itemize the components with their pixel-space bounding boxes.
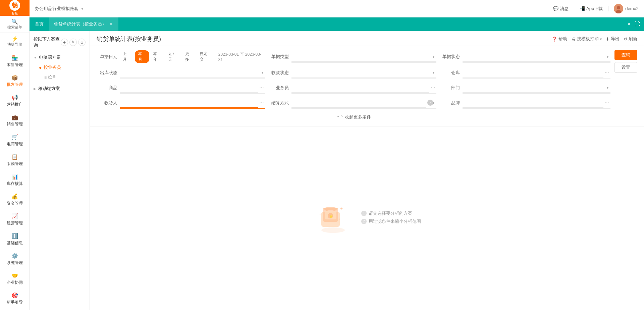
left-panel-edit-btn[interactable]: ✎ xyxy=(69,39,77,46)
sidebar-item-retail[interactable]: 🏪 零售管理 xyxy=(0,51,29,71)
marketing-icon: 📢 xyxy=(11,94,18,101)
basic-icon: ℹ️ xyxy=(11,233,18,239)
filter-col-doc-status: 单据状态 ▾ xyxy=(439,50,610,63)
filter-col-goods: 商品 ··· xyxy=(97,82,268,94)
lp-section-mobile-title[interactable]: ▶ 移动端方案 xyxy=(30,84,90,94)
empty-content: ⭐ ✦ ✦ ✦ 1 请先选择要分析的方案 2 xyxy=(313,202,421,235)
sidebar-item-coop[interactable]: 🤝 企业协同 xyxy=(0,269,29,289)
sidebar-item-system[interactable]: ⚙️ 系统管理 xyxy=(0,249,29,269)
query-btn[interactable]: 查询 xyxy=(614,50,637,60)
export-icon: ⬇ xyxy=(606,37,609,42)
goods-input[interactable] xyxy=(120,83,258,93)
svg-text:✦: ✦ xyxy=(338,218,340,221)
doc-status-input[interactable] xyxy=(463,52,610,62)
filter-col-date: 单据日期 上月 本月 本年 近7天 更多 自定义 2023-03-01 至 20… xyxy=(97,50,268,63)
sidebar-item-wholesale[interactable]: 📦 批发管理 xyxy=(0,71,29,91)
sidebar-item-finance[interactable]: 💰 资金管理 xyxy=(0,190,29,210)
sidebar-item-basic[interactable]: ℹ️ 基础信息 xyxy=(0,229,29,249)
brand-input[interactable] xyxy=(463,98,603,108)
svg-text:⭐: ⭐ xyxy=(329,214,333,218)
collapse-more-btn[interactable]: ⌃⌃ 收起更多条件 xyxy=(331,112,376,122)
export-btn[interactable]: ⬇ 导出 xyxy=(606,36,620,42)
receiver-input[interactable] xyxy=(120,98,258,108)
left-panel-collapse-btn[interactable]: « xyxy=(78,39,86,46)
brand-dots[interactable]: ··· xyxy=(603,100,610,106)
receiver-control: ··· xyxy=(120,97,265,109)
goods-dots[interactable]: ··· xyxy=(258,85,265,91)
topbar-sep-2 xyxy=(608,6,608,11)
app-download-btn[interactable]: 📲 App下载 xyxy=(580,6,603,12)
goods-control: ··· xyxy=(120,82,265,94)
dept-label: 部门 xyxy=(439,85,463,91)
sidebar-item-ecommerce[interactable]: 🛒 电商管理 xyxy=(0,131,29,150)
warehouse-dots[interactable]: ··· xyxy=(603,69,610,75)
filter-col-brand: 品牌 ··· xyxy=(439,97,610,109)
sidebar-item-inventory[interactable]: 📊 库存核算 xyxy=(0,170,29,190)
dept-input[interactable] xyxy=(463,83,610,93)
filter-row-1: 单据日期 上月 本月 本年 近7天 更多 自定义 2023-03-01 至 20… xyxy=(97,50,610,63)
salesperson-dots[interactable]: ··· xyxy=(429,85,436,91)
sales-icon: 💼 xyxy=(11,114,18,120)
print-btn[interactable]: 🖨 按模板打印 ▾ xyxy=(571,36,602,42)
settlement-label: 结算方式 xyxy=(268,100,291,106)
left-panel-add-btn[interactable]: + xyxy=(61,39,68,46)
print-icon: 🖨 xyxy=(571,37,576,42)
lp-section-desktop-title[interactable]: ▼ 电脑端方案 xyxy=(30,52,90,62)
out-status-input[interactable] xyxy=(120,67,265,78)
date-7days[interactable]: 近7天 xyxy=(165,50,181,63)
help-btn[interactable]: ❓ 帮助 xyxy=(552,36,567,42)
message-btn[interactable]: 💬 消息 xyxy=(553,6,569,12)
date-this-month[interactable]: 本月 xyxy=(135,50,150,63)
filter-col-settlement: 结算方式 × ▾ xyxy=(268,97,439,109)
left-panel: 按以下方案查询 + ✎ « ▼ 电脑端方案 ● 按业务员 ≡ 按 xyxy=(30,31,90,310)
salesperson-input[interactable] xyxy=(291,83,429,93)
sidebar-item-appcenter[interactable]: 📱 应用中心 xyxy=(0,309,29,310)
settlement-input[interactable] xyxy=(291,98,426,108)
filter-col-out-status: 出库状态 ▾ xyxy=(97,67,268,79)
coop-icon: 🤝 xyxy=(11,272,18,279)
lp-item-by-salesperson[interactable]: ● 按业务员 xyxy=(30,62,90,72)
topbar-dropdown-icon[interactable]: ▾ xyxy=(81,6,84,11)
refresh-btn[interactable]: ↺ 刷新 xyxy=(624,36,637,42)
tab-home[interactable]: 首页 xyxy=(30,17,49,31)
topbar-title: 办公用品行业模拟账套 xyxy=(35,6,78,12)
sidebar-item-business[interactable]: 📈 经营管理 xyxy=(0,210,29,229)
filter-col-receipt-status: 收款状态 ▾ xyxy=(268,67,439,79)
purchase-icon: 📋 xyxy=(11,154,18,160)
svg-point-3 xyxy=(321,227,345,233)
brand-control: ··· xyxy=(463,97,610,109)
date-this-year[interactable]: 本年 xyxy=(151,50,164,63)
tab-close-icon[interactable]: × xyxy=(108,21,114,27)
settlement-clear-btn[interactable]: × xyxy=(427,100,433,106)
receiver-dots[interactable]: ··· xyxy=(258,100,265,106)
sidebar-item-newbie[interactable]: 🎯 新手引导 xyxy=(0,289,29,309)
query-buttons: 查询 设置 xyxy=(610,50,637,73)
tab-maximize-btn[interactable]: ⛶ xyxy=(633,20,641,29)
doc-type-input[interactable] xyxy=(291,52,437,62)
settings-btn[interactable]: 设置 xyxy=(614,62,637,73)
warehouse-input[interactable] xyxy=(463,67,603,78)
user-menu[interactable]: demo2 xyxy=(614,4,639,13)
page-title: 销货单统计表(按业务员) xyxy=(97,35,161,43)
sidebar-item-purchase[interactable]: 📋 采购管理 xyxy=(0,150,29,170)
sidebar-item-sales[interactable]: 💼 销售管理 xyxy=(0,111,29,131)
filter-col-receiver: 收货人 ··· xyxy=(97,97,268,109)
lp-sub-icon: ≡ xyxy=(44,75,47,80)
date-last-month[interactable]: 上月 xyxy=(120,50,133,63)
right-panel: 销货单统计表(按业务员) ❓ 帮助 🖨 按模板打印 ▾ ⬇ 导出 xyxy=(90,31,644,310)
doc-status-control: ▾ xyxy=(463,51,610,63)
tab-minimize-btn[interactable]: × xyxy=(626,20,632,29)
date-custom[interactable]: 自定义 xyxy=(197,50,214,63)
lp-section-mobile: ▶ 移动端方案 xyxy=(30,84,90,94)
lp-item-by-order[interactable]: ≡ 按单 xyxy=(30,72,90,82)
search-menu[interactable]: 🔍 搜索菜单 xyxy=(0,16,29,33)
quick-nav[interactable]: ⚡ 快捷导航 xyxy=(0,33,29,50)
empty-step-2: 2 用过滤条件来缩小分析范围 xyxy=(361,218,421,224)
filter-row-3: 商品 ··· 业务员 ··· xyxy=(97,82,610,94)
sidebar-item-marketing[interactable]: 📢 营销推广 xyxy=(0,91,29,111)
app-logo[interactable]: 畅 标版 xyxy=(0,0,30,16)
date-more[interactable]: 更多 xyxy=(182,50,196,63)
empty-text: 1 请先选择要分析的方案 2 用过滤条件来缩小分析范围 xyxy=(361,210,421,226)
tab-sales-stat[interactable]: 销货单统计表（按业务员） × xyxy=(49,17,118,31)
receipt-status-input[interactable] xyxy=(291,67,437,78)
